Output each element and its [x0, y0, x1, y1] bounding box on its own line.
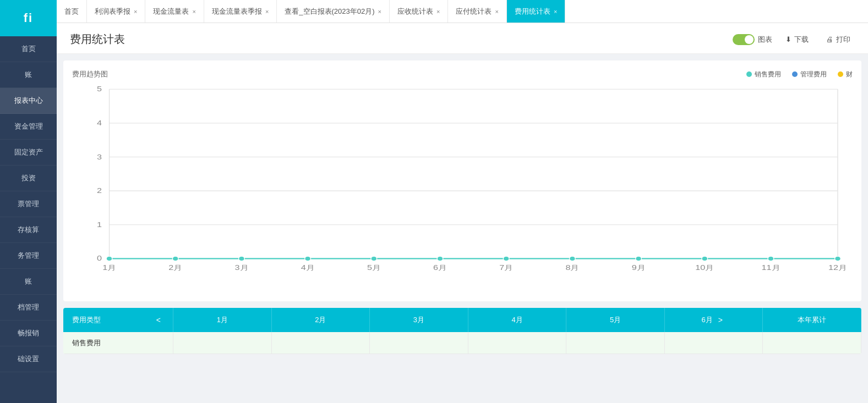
svg-text:5月: 5月 [367, 264, 381, 272]
legend-dot-finance [838, 71, 843, 77]
th-may: 5月 [566, 308, 665, 332]
svg-text:8月: 8月 [565, 264, 579, 272]
th-mar: 3月 [370, 308, 468, 332]
chart-toggle[interactable] [733, 34, 755, 45]
tab-cashflow-quarterly[interactable]: 现金流量表季报 × [204, 0, 277, 23]
svg-point-35 [702, 256, 708, 261]
svg-point-32 [503, 256, 509, 261]
sidebar-item-inventory[interactable]: 存核算 [0, 217, 57, 243]
svg-text:2: 2 [97, 187, 102, 195]
tab-payable-stat[interactable]: 应付统计表 × [448, 0, 506, 23]
sidebar-item-fixed-assets[interactable]: 固定资产 [0, 140, 57, 165]
page-content: 费用统计表 图表 ⬇ 下载 🖨 打印 费用趋势图 [57, 23, 868, 403]
legend-sales: 销售费用 [746, 70, 781, 79]
sidebar-item-service-management[interactable]: 务管理 [0, 243, 57, 269]
svg-text:1: 1 [97, 221, 102, 229]
main-content: 首页 利润表季报 × 现金流量表 × 现金流量表季报 × 查看_空白报表(202… [57, 0, 868, 403]
legend-dot-sales [746, 71, 752, 77]
table-body: 销售费用 [63, 332, 861, 354]
line-chart-svg: 0 1 2 3 4 5 1月 2月 3月 4月 5月 6月 7月 8月 9 [72, 84, 853, 292]
legend-label-management: 管理费用 [800, 70, 827, 79]
tab-profit-quarterly[interactable]: 利润表季报 × [87, 0, 145, 23]
td-ytd [763, 332, 861, 354]
th-type: 费用类型 < [63, 308, 173, 332]
td-jan [173, 332, 272, 354]
close-tab-cashflow-quarterly[interactable]: × [265, 8, 269, 15]
legend-label-sales: 销售费用 [755, 70, 781, 79]
expense-table: 费用类型 < 1月 2月 3月 4月 5月 [63, 308, 861, 354]
legend-management: 管理费用 [792, 70, 827, 79]
sidebar-item-payable[interactable]: 账 [0, 269, 57, 295]
nav-next-button[interactable]: > [715, 314, 726, 325]
svg-point-34 [636, 256, 642, 261]
chart-title: 费用趋势图 [72, 69, 108, 79]
tab-bar: 首页 利润表季报 × 现金流量表 × 现金流量表季报 × 查看_空白报表(202… [57, 0, 868, 23]
close-tab-blank-report[interactable]: × [378, 8, 381, 15]
td-type: 销售费用 [63, 332, 173, 354]
table-header: 费用类型 < 1月 2月 3月 4月 5月 [63, 308, 861, 332]
close-tab-expense-stat[interactable]: × [554, 8, 557, 15]
close-tab-profit[interactable]: × [134, 8, 137, 15]
th-ytd: 本年累计 [763, 308, 861, 332]
th-jan: 1月 [173, 308, 272, 332]
sidebar-item-settings[interactable]: 础设置 [0, 346, 57, 372]
tab-blank-report[interactable]: 查看_空白报表(2023年02月) × [277, 0, 390, 23]
svg-point-36 [768, 256, 774, 261]
legend-finance: 财 [838, 70, 853, 79]
svg-text:6月: 6月 [433, 264, 447, 272]
th-apr: 4月 [468, 308, 567, 332]
legend-dot-management [792, 71, 798, 77]
sidebar-item-archive[interactable]: 档管理 [0, 295, 57, 321]
tab-receivable[interactable]: 应收统计表 × [390, 0, 448, 23]
svg-text:0: 0 [97, 255, 102, 262]
download-icon: ⬇ [785, 35, 791, 43]
svg-point-26 [106, 256, 112, 261]
sidebar-item-bill-management[interactable]: 票管理 [0, 191, 57, 217]
header-actions: 图表 ⬇ 下载 🖨 打印 [733, 32, 855, 47]
chart-section: 费用趋势图 销售费用 管理费用 财 [63, 60, 861, 301]
svg-point-28 [239, 256, 245, 261]
nav-prev-button[interactable]: < [153, 314, 164, 325]
sidebar-item-home[interactable]: 首页 [0, 36, 57, 62]
tab-home[interactable]: 首页 [57, 0, 87, 23]
chart-legend: 销售费用 管理费用 财 [746, 70, 853, 79]
close-tab-receivable[interactable]: × [436, 8, 440, 15]
table-row: 销售费用 [63, 332, 861, 354]
svg-point-29 [305, 256, 311, 261]
sidebar-item-accounts[interactable]: 账 [0, 62, 57, 88]
svg-text:11月: 11月 [762, 264, 780, 272]
download-button[interactable]: ⬇ 下载 [781, 32, 813, 47]
td-feb [272, 332, 370, 354]
svg-text:3: 3 [97, 153, 102, 161]
print-button[interactable]: 🖨 打印 [822, 32, 855, 47]
legend-label-finance: 财 [846, 70, 853, 79]
sidebar-item-report-center[interactable]: 报表中心 [0, 88, 57, 114]
chart-container: 0 1 2 3 4 5 1月 2月 3月 4月 5月 6月 7月 8月 9 [72, 84, 853, 292]
svg-text:2月: 2月 [168, 264, 182, 272]
svg-text:4: 4 [97, 119, 102, 127]
tab-expense-stat[interactable]: 费用统计表 × [507, 0, 565, 23]
svg-text:10月: 10月 [695, 264, 714, 272]
svg-text:5: 5 [97, 85, 102, 93]
chart-toggle-label: 图表 [758, 35, 772, 45]
svg-text:7月: 7月 [499, 264, 513, 272]
svg-text:4月: 4月 [301, 264, 315, 272]
sidebar-item-fund-management[interactable]: 资金管理 [0, 114, 57, 140]
sidebar-item-investment[interactable]: 投资 [0, 165, 57, 191]
td-mar [370, 332, 468, 354]
tab-cashflow[interactable]: 现金流量表 × [145, 0, 204, 23]
svg-point-37 [835, 256, 841, 261]
close-tab-payable-stat[interactable]: × [495, 8, 498, 15]
svg-text:1月: 1月 [102, 264, 116, 272]
svg-point-31 [437, 256, 443, 261]
sidebar: fi 首页 账 报表中心 资金管理 固定资产 投资 票管理 存核算 务管理 账 … [0, 0, 57, 403]
chart-header: 费用趋势图 销售费用 管理费用 财 [72, 69, 853, 79]
close-tab-cashflow[interactable]: × [192, 8, 195, 15]
th-jun: 6月 > [665, 308, 763, 332]
chart-toggle-wrap: 图表 [733, 34, 772, 45]
sidebar-item-expense[interactable]: 畅报销 [0, 321, 57, 346]
svg-point-30 [371, 256, 377, 261]
svg-text:9月: 9月 [632, 264, 646, 272]
page-title: 费用统计表 [70, 32, 125, 47]
td-may [566, 332, 665, 354]
